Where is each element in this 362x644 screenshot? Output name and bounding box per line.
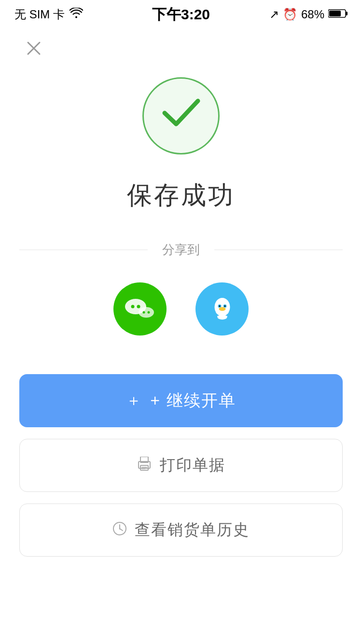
status-left: 无 SIM 卡 (14, 7, 83, 22)
svg-rect-25 (141, 468, 145, 469)
alarm-icon: ⏰ (283, 8, 297, 21)
svg-rect-2 (329, 11, 341, 16)
plus-icon: ＋ (126, 390, 142, 411)
svg-point-17 (224, 305, 225, 307)
wechat-share-button[interactable] (113, 282, 167, 336)
svg-point-9 (143, 311, 145, 314)
svg-point-18 (219, 307, 225, 311)
location-icon: ↗ (269, 8, 279, 21)
battery-icon (328, 8, 348, 21)
svg-point-10 (148, 311, 150, 314)
share-divider: 分享到 (19, 241, 343, 258)
wifi-icon (70, 8, 83, 21)
svg-point-7 (137, 305, 140, 308)
share-section: 分享到 (0, 241, 362, 336)
svg-point-6 (131, 305, 135, 308)
success-circle (142, 77, 220, 154)
share-icons (19, 282, 343, 336)
history-label: 查看销货单历史 (135, 519, 250, 541)
svg-point-16 (219, 305, 220, 307)
share-label: 分享到 (148, 241, 214, 258)
svg-line-28 (120, 529, 123, 531)
continue-button[interactable]: ＋ + 继续开单 (19, 374, 343, 427)
history-button[interactable]: 查看销货单历史 (19, 504, 343, 557)
close-button[interactable] (19, 34, 48, 63)
qq-share-button[interactable] (195, 282, 249, 336)
actions: ＋ + 继续开单 打印单据 (0, 374, 362, 557)
main-content: 保存成功 分享到 (0, 29, 362, 557)
continue-label: + 继续开单 (150, 390, 236, 412)
checkmark-icon (161, 96, 202, 136)
no-sim-text: 无 SIM 卡 (14, 7, 65, 22)
print-button[interactable]: 打印单据 (19, 439, 343, 492)
svg-rect-20 (217, 316, 227, 317)
status-right: ↗ ⏰ 68% (269, 8, 348, 21)
clock-icon (112, 521, 127, 539)
print-label: 打印单据 (160, 455, 225, 476)
status-bar: 无 SIM 卡 下午3:20 ↗ ⏰ 68% (0, 0, 362, 29)
battery-text: 68% (301, 8, 324, 21)
svg-point-8 (139, 307, 154, 318)
success-title: 保存成功 (127, 179, 235, 212)
printer-icon (137, 457, 152, 475)
status-time: 下午3:20 (152, 5, 210, 25)
svg-rect-1 (346, 12, 348, 15)
svg-rect-24 (141, 467, 147, 468)
